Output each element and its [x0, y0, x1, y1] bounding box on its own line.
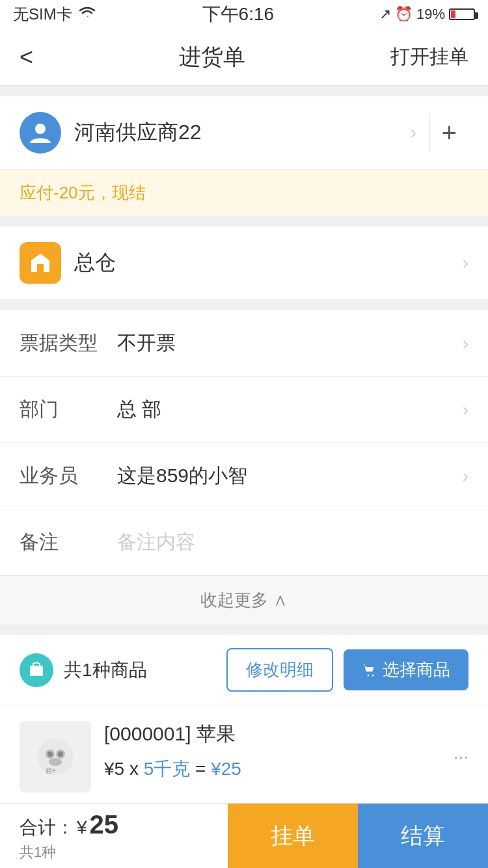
status-left: 无SIM卡: [13, 4, 97, 25]
hang-button[interactable]: 挂单: [228, 804, 358, 868]
battery-icon: [449, 8, 475, 20]
sales-row[interactable]: 业务员 这是859的小智 ›: [0, 442, 488, 509]
carrier-text: 无SIM卡: [13, 4, 72, 25]
svg-point-8: [47, 752, 53, 757]
svg-rect-1: [37, 264, 44, 272]
svg-point-4: [372, 674, 374, 676]
invoice-label: 票据类型: [20, 330, 98, 357]
form-section: 票据类型 不开票 › 部门 总 部 › 业务员 这是859的小智 › 备注 备注…: [0, 310, 488, 625]
supplier-avatar: [20, 112, 61, 154]
page-title: 进货单: [179, 42, 245, 72]
sales-chevron-icon: ›: [463, 466, 468, 487]
warehouse-name: 总仓: [74, 249, 463, 277]
collapse-bar[interactable]: 收起更多 ∧: [0, 575, 488, 625]
checkout-button[interactable]: 结算: [358, 804, 488, 868]
remark-row[interactable]: 备注 备注内容: [0, 509, 488, 575]
product-thumbnail: 碧+: [20, 721, 91, 793]
alarm-icon: ⏰: [395, 6, 413, 23]
notice-text: 应付-20元，现结: [20, 183, 146, 202]
supplier-row[interactable]: 河南供应商22 › +: [0, 96, 488, 170]
svg-point-0: [35, 124, 46, 134]
dept-row[interactable]: 部门 总 部 ›: [0, 376, 488, 442]
unit-price: ¥5 x: [104, 759, 144, 779]
dept-value: 总 部: [117, 396, 463, 423]
product-name: [0000001] 苹果: [104, 721, 454, 748]
remark-label: 备注: [20, 529, 98, 556]
dept-label: 部门: [20, 396, 98, 423]
divider-3: [0, 299, 488, 310]
warehouse-icon: [20, 242, 61, 284]
collapse-label: 收起更多 ∧: [200, 590, 287, 610]
status-right: ↗ ⏰ 19%: [379, 6, 475, 23]
products-icon: [20, 653, 53, 687]
product-code: [0000001]: [104, 723, 197, 744]
product-title: 苹果: [197, 723, 236, 744]
warehouse-chevron-icon: ›: [463, 252, 468, 273]
sales-value: 这是859的小智: [117, 463, 463, 489]
product-item: 碧+ [0000001] 苹果 ¥5 x 5千克 = ¥25 ···: [0, 705, 488, 808]
warehouse-row[interactable]: 总仓 ›: [0, 226, 488, 299]
status-time: 下午6:16: [202, 2, 275, 27]
product-info: [0000001] 苹果 ¥5 x 5千克 = ¥25: [104, 721, 454, 781]
bottom-bar: 合计： ¥ 25 共1种 挂单 结算: [0, 803, 488, 868]
total-section: 合计： ¥ 25 共1种: [0, 804, 228, 868]
equals-sign: =: [195, 759, 211, 779]
invoice-value: 不开票: [117, 330, 463, 357]
supplier-section: 河南供应商22 › + 应付-20元，现结: [0, 96, 488, 216]
currency-symbol: ¥: [77, 817, 87, 838]
open-pending-button[interactable]: 打开挂单: [390, 44, 468, 70]
total-row: 合计： ¥ 25: [20, 810, 208, 840]
products-header: 共1种商品 修改明细 选择商品: [0, 625, 488, 705]
location-icon: ↗: [379, 6, 391, 23]
notice-banner: 应付-20元，现结: [0, 170, 488, 216]
status-bar: 无SIM卡 下午6:16 ↗ ⏰ 19%: [0, 0, 488, 29]
divider-1: [0, 86, 488, 96]
select-product-button[interactable]: 选择商品: [344, 649, 468, 690]
wifi-icon: [77, 5, 97, 23]
owl-logo: 碧+: [36, 737, 75, 776]
cart-icon: [362, 662, 377, 678]
svg-text:碧+: 碧+: [46, 767, 56, 774]
remark-input[interactable]: 备注内容: [117, 529, 468, 556]
qty-value: 5千克: [144, 759, 191, 779]
total-price: ¥25: [211, 759, 241, 779]
svg-point-10: [49, 758, 62, 766]
supplier-chevron-icon: ›: [411, 122, 416, 143]
nav-bar: < 进货单 打开挂单: [0, 29, 488, 86]
products-count: 共1种商品: [64, 658, 226, 683]
invoice-row[interactable]: 票据类型 不开票 ›: [0, 310, 488, 376]
warehouse-section: 总仓 ›: [0, 226, 488, 299]
svg-point-3: [368, 674, 370, 676]
edit-detail-button[interactable]: 修改明细: [226, 648, 333, 692]
svg-rect-2: [30, 666, 43, 676]
product-price-row: ¥5 x 5千克 = ¥25: [104, 757, 454, 781]
dept-chevron-icon: ›: [463, 400, 468, 420]
battery-text: 19%: [416, 6, 445, 23]
back-button[interactable]: <: [20, 44, 33, 71]
total-count: 共1种: [20, 843, 208, 862]
supplier-name: 河南供应商22: [74, 118, 411, 147]
total-amount: 25: [90, 810, 119, 839]
add-supplier-button[interactable]: +: [429, 113, 468, 152]
svg-point-9: [58, 752, 63, 757]
product-more-button[interactable]: ···: [454, 746, 468, 767]
divider-2: [0, 216, 488, 226]
invoice-chevron-icon: ›: [463, 333, 468, 354]
total-label: 合计：: [20, 815, 74, 840]
select-product-label: 选择商品: [383, 658, 450, 681]
sales-label: 业务员: [20, 463, 98, 489]
